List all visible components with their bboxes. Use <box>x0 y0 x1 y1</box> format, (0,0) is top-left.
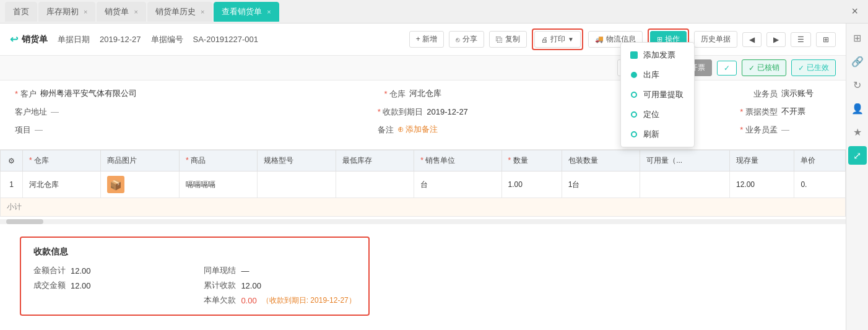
sales-employee-field: 业务员孟 — <box>740 124 831 136</box>
same-order-settle-item: 同单现结 — <box>204 265 355 276</box>
address-label: 客户地址 <box>15 106 47 118</box>
project-label: 项目 <box>15 124 31 136</box>
amount-total-item: 金额合计 12.00 <box>33 265 185 276</box>
prev-button[interactable]: ◀ <box>742 32 762 47</box>
tab-sales-close[interactable]: × <box>134 8 137 15</box>
history-button[interactable]: 历史单据 <box>694 31 737 48</box>
number-value: SA-20191227-001 <box>193 35 259 44</box>
row-product[interactable]: 嗝嗝嗝嗝 <box>179 172 257 198</box>
col-product: 商品 <box>179 150 257 172</box>
transaction-amount-label: 成交金额 <box>33 280 66 291</box>
date-value: 2019-12-27 <box>100 35 141 44</box>
table-header-row: ⚙ 仓库 商品图片 商品 规格型号 最低库存 销售单位 数量 包装数量 可用量（… <box>1 150 846 172</box>
tab-home[interactable]: 首页 <box>5 2 37 22</box>
dropdown-available-qty[interactable]: 可用量提取 <box>621 85 694 105</box>
document-actions: + 新增 ⎋ 分享 ⿻ 复制 🖨 打印 ▼ <box>409 28 836 50</box>
add-note-button[interactable]: ⊕ 添加备注 <box>397 124 447 136</box>
col-product-img: 商品图片 <box>101 150 179 172</box>
scrollbar-thumb[interactable] <box>6 219 43 224</box>
address-field: 客户地址 — <box>15 106 378 118</box>
due-date-value[interactable]: 2019-12-27 <box>427 107 476 117</box>
copy-button[interactable]: ⿻ 复制 <box>489 31 527 48</box>
due-date-label: 收款到期日 <box>378 106 423 118</box>
tab-inventory-close[interactable]: × <box>84 8 87 15</box>
cumulative-item: 累计收款 12.00 <box>204 280 355 291</box>
grid-view-button[interactable]: ⊞ <box>816 32 836 47</box>
add-invoice-icon <box>630 51 638 59</box>
payment-section: 收款信息 金额合计 12.00 同单现结 — 成交金额 12.00 <box>20 237 370 316</box>
row-product-img: 📦 <box>101 172 179 198</box>
sidebar-user-icon[interactable]: 👤 <box>848 99 867 118</box>
product-image: 📦 <box>107 176 124 193</box>
row-index: 1 <box>1 172 23 198</box>
next-button[interactable]: ▶ <box>766 32 786 47</box>
dropdown-locate[interactable]: 定位 <box>621 105 694 124</box>
col-settings[interactable]: ⚙ <box>1 150 23 172</box>
document-header: ↩ 销货单 单据日期 2019-12-27 单据编号 SA-20191227-0… <box>0 24 846 56</box>
number-label: 单据编号 <box>151 34 183 45</box>
effective-badge[interactable]: ✓ 已生效 <box>791 59 836 76</box>
confirm-button[interactable]: ✓ <box>717 61 737 76</box>
form-row-3: 项目 — 备注 ⊕ 添加备注 业务员孟 — <box>15 124 831 136</box>
this-order-due-value: 0.00 <box>241 296 256 305</box>
subtotal-row: 小计 <box>1 198 846 217</box>
tab-view-sales[interactable]: 查看销货单 × <box>214 2 279 22</box>
new-button[interactable]: + 新增 <box>409 31 444 48</box>
dropdown-outbound[interactable]: 出库 <box>621 65 694 85</box>
row-min-stock <box>336 172 414 198</box>
note-label: 备注 <box>378 124 394 136</box>
operations-dropdown: 添加发票 出库 可用量提取 定位 <box>620 42 695 147</box>
tab-sales-history[interactable]: 销货单历史 × <box>147 2 212 22</box>
window-close-button[interactable]: × <box>846 2 863 20</box>
transaction-amount-value: 12.00 <box>71 281 91 290</box>
sidebar-link-icon[interactable]: 🔗 <box>848 52 867 71</box>
horizontal-scrollbar[interactable] <box>0 219 846 224</box>
project-field: 项目 — <box>15 124 378 136</box>
tab-sales-history-close[interactable]: × <box>201 8 204 15</box>
available-qty-icon <box>630 90 638 99</box>
sidebar-star-icon[interactable]: ★ <box>848 123 867 141</box>
locate-icon <box>630 110 638 119</box>
row-available <box>640 172 730 198</box>
print-highlight-box: 🖨 打印 ▼ <box>532 28 583 50</box>
this-order-due-label: 本单欠款 <box>204 295 236 306</box>
ticket-type-label: 票据类型 <box>740 106 778 118</box>
share-button[interactable]: ⎋ 分享 <box>449 31 484 48</box>
col-available: 可用量（... <box>640 150 730 172</box>
tab-sales[interactable]: 销货单 × <box>97 2 145 22</box>
warehouse-value[interactable]: 河北仓库 <box>409 88 459 100</box>
amount-total-label: 金额合计 <box>33 265 66 276</box>
products-table: ⚙ 仓库 商品图片 商品 规格型号 最低库存 销售单位 数量 包装数量 可用量（… <box>0 150 846 217</box>
print-button[interactable]: 🖨 打印 ▼ <box>534 31 581 48</box>
tab-view-sales-close[interactable]: × <box>267 8 271 15</box>
cancelled-badge[interactable]: ✓ 已核销 <box>742 59 786 76</box>
subtotal-label: 小计 <box>1 198 846 217</box>
form-section: 客户 柳州粤港平安气体有限公司 仓库 河北仓库 业务员 演示账号 客户地址 — <box>0 80 846 150</box>
date-label: 单据日期 <box>58 34 90 45</box>
tabs-bar: 首页 库存期初 × 销货单 × 销货单历史 × 查看销货单 × × <box>0 0 868 24</box>
due-date-note: （收款到期日: 2019-12-27） <box>262 295 356 306</box>
same-order-settle-label: 同单现结 <box>204 265 236 276</box>
row-warehouse: 河北仓库 <box>23 172 101 198</box>
sidebar-expand-icon[interactable]: ⤢ <box>848 146 867 165</box>
sidebar-rotate-icon[interactable]: ↻ <box>848 76 867 94</box>
row-model <box>258 172 336 198</box>
dropdown-refresh[interactable]: 刷新 <box>621 124 694 144</box>
customer-field: 客户 柳州粤港平安气体有限公司 <box>15 88 384 100</box>
col-unit-price: 单价 <box>794 150 846 172</box>
employee-value: 演示账号 <box>781 88 831 100</box>
sidebar-grid-icon[interactable]: ⊞ <box>848 28 867 47</box>
customer-value[interactable]: 柳州粤港平安气体有限公司 <box>40 88 137 100</box>
list-view-button[interactable]: ☰ <box>791 32 811 47</box>
products-table-container: ⚙ 仓库 商品图片 商品 规格型号 最低库存 销售单位 数量 包装数量 可用量（… <box>0 150 846 227</box>
row-stock: 12.00 <box>729 172 794 198</box>
form-row-2: 客户地址 — 收款到期日 2019-12-27 票据类型 不开票 <box>15 106 831 118</box>
warehouse-label: 仓库 <box>384 89 406 100</box>
tab-inventory[interactable]: 库存期初 × <box>38 2 95 22</box>
dropdown-add-invoice[interactable]: 添加发票 <box>621 45 694 65</box>
col-pack-qty: 包装数量 <box>562 150 640 172</box>
form-row-1: 客户 柳州粤港平安气体有限公司 仓库 河北仓库 业务员 演示账号 <box>15 88 831 100</box>
col-warehouse: 仓库 <box>23 150 101 172</box>
document-title: ↩ 销货单 <box>10 33 48 45</box>
document-meta: 单据日期 2019-12-27 单据编号 SA-20191227-001 <box>58 34 258 45</box>
